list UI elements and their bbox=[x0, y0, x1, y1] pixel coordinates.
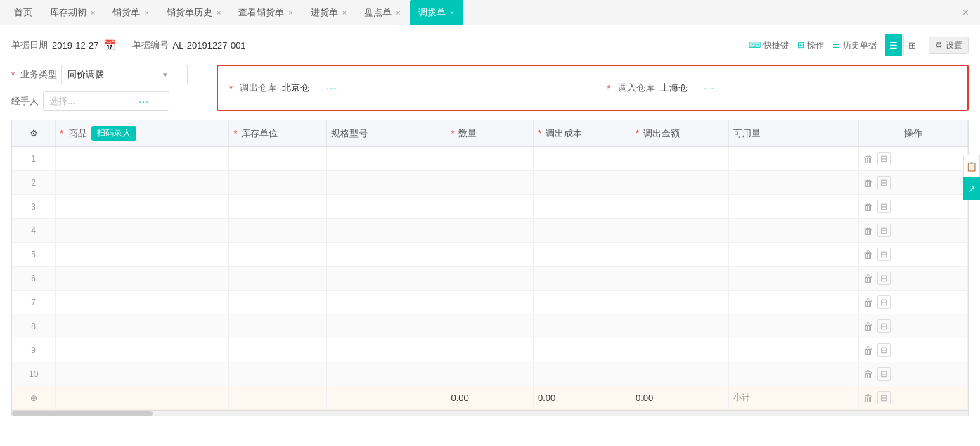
row-product-11[interactable] bbox=[56, 386, 229, 410]
row-amount-4[interactable] bbox=[631, 219, 729, 243]
delete-icon[interactable]: 🗑 bbox=[863, 321, 873, 332]
delete-icon[interactable]: 🗑 bbox=[863, 177, 873, 189]
delete-icon[interactable]: 🗑 bbox=[863, 201, 873, 212]
horizontal-scrollbar[interactable] bbox=[12, 410, 968, 416]
delete-icon[interactable]: 🗑 bbox=[863, 345, 873, 356]
row-quantity-11[interactable]: 0.00 bbox=[446, 386, 534, 410]
tab-home[interactable]: 首页 bbox=[6, 0, 41, 25]
copy-row-icon[interactable]: ⊞ bbox=[877, 224, 891, 237]
tab-stocktake-close[interactable]: × bbox=[396, 8, 400, 17]
row-amount-8[interactable] bbox=[631, 314, 729, 338]
delete-icon[interactable]: 🗑 bbox=[863, 297, 873, 308]
row-product-5[interactable] bbox=[56, 243, 229, 267]
row-quantity-7[interactable] bbox=[446, 291, 534, 314]
tab-transfer-close[interactable]: × bbox=[450, 8, 454, 17]
scrollbar-thumb[interactable] bbox=[12, 411, 153, 416]
row-cost-1[interactable] bbox=[534, 147, 631, 171]
business-select[interactable]: 同价调拨 ▾ bbox=[61, 65, 188, 84]
tab-sales-history-close[interactable]: × bbox=[217, 8, 221, 17]
copy-row-icon[interactable]: ⊞ bbox=[877, 319, 891, 333]
row-cost-6[interactable] bbox=[534, 267, 631, 291]
tab-sales-order-close[interactable]: × bbox=[144, 8, 148, 17]
row-amount-3[interactable] bbox=[631, 195, 729, 219]
row-quantity-8[interactable] bbox=[446, 314, 534, 338]
delete-icon[interactable]: 🗑 bbox=[863, 393, 873, 404]
row-quantity-1[interactable] bbox=[446, 147, 534, 171]
row-amount-6[interactable] bbox=[631, 267, 729, 291]
delete-icon[interactable]: 🗑 bbox=[863, 273, 873, 284]
delete-icon[interactable]: 🗑 bbox=[863, 369, 873, 380]
row-cost-2[interactable] bbox=[534, 171, 631, 195]
row-cost-5[interactable] bbox=[534, 243, 631, 267]
row-cost-3[interactable] bbox=[534, 195, 631, 219]
copy-row-icon[interactable]: ⊞ bbox=[877, 343, 891, 357]
copy-row-icon[interactable]: ⊞ bbox=[877, 200, 891, 213]
th-settings[interactable]: ⚙ bbox=[12, 120, 56, 147]
row-amount-9[interactable] bbox=[631, 338, 729, 362]
external-float-button[interactable]: ↗ bbox=[963, 177, 980, 200]
row-amount-10[interactable] bbox=[631, 362, 729, 386]
row-quantity-4[interactable] bbox=[446, 219, 534, 243]
copy-row-icon[interactable]: ⊞ bbox=[877, 391, 891, 404]
row-quantity-6[interactable] bbox=[446, 267, 534, 291]
row-product-4[interactable] bbox=[56, 219, 229, 243]
tab-purchase-order-close[interactable]: × bbox=[342, 8, 347, 17]
tab-stocktake[interactable]: 盘点单 × bbox=[356, 0, 409, 25]
window-close-button[interactable]: × bbox=[957, 6, 974, 19]
row-quantity-3[interactable] bbox=[446, 195, 534, 219]
tab-check-sales[interactable]: 查看销货单 × bbox=[230, 0, 302, 25]
row-quantity-5[interactable] bbox=[446, 243, 534, 267]
row-product-3[interactable] bbox=[56, 195, 229, 219]
copy-row-icon[interactable]: ⊞ bbox=[877, 152, 891, 165]
row-product-2[interactable] bbox=[56, 171, 229, 195]
copy-row-icon[interactable]: ⊞ bbox=[877, 295, 891, 309]
tab-sales-order[interactable]: 销货单 × bbox=[104, 0, 157, 25]
tab-purchase-order[interactable]: 进货单 × bbox=[302, 0, 356, 25]
row-product-9[interactable] bbox=[56, 338, 229, 362]
handler-more-icon[interactable]: ··· bbox=[138, 96, 149, 107]
calendar-icon[interactable]: 📅 bbox=[103, 39, 115, 51]
row-amount-11[interactable]: 0.00 bbox=[631, 386, 729, 410]
tab-sales-history[interactable]: 销货单历史 × bbox=[158, 0, 230, 25]
layout-list-button[interactable]: ☰ bbox=[885, 34, 902, 56]
row-product-1[interactable] bbox=[56, 147, 229, 171]
row-amount-1[interactable] bbox=[631, 147, 729, 171]
row-amount-7[interactable] bbox=[631, 291, 729, 314]
tab-inventory-init-close[interactable]: × bbox=[91, 8, 95, 17]
copy-row-icon[interactable]: ⊞ bbox=[877, 176, 891, 189]
settings-button[interactable]: ⚙ 设置 bbox=[929, 37, 969, 54]
row-quantity-9[interactable] bbox=[446, 338, 534, 362]
tab-inventory-init[interactable]: 库存期初 × bbox=[41, 0, 104, 25]
operation-button[interactable]: ⊞ 操作 bbox=[797, 39, 824, 51]
copy-row-icon[interactable]: ⊞ bbox=[877, 272, 891, 285]
handler-select[interactable]: 选择... ··· bbox=[43, 91, 169, 111]
row-cost-9[interactable] bbox=[534, 338, 631, 362]
copy-row-icon[interactable]: ⊞ bbox=[877, 367, 891, 381]
delete-icon[interactable]: 🗑 bbox=[863, 153, 873, 165]
row-product-7[interactable] bbox=[56, 291, 229, 314]
row-amount-2[interactable] bbox=[631, 171, 729, 195]
row-amount-5[interactable] bbox=[631, 243, 729, 267]
row-product-6[interactable] bbox=[56, 267, 229, 291]
row-cost-7[interactable] bbox=[534, 291, 631, 314]
row-cost-10[interactable] bbox=[534, 362, 631, 386]
row-product-10[interactable] bbox=[56, 362, 229, 386]
note-float-button[interactable]: 📋 bbox=[963, 155, 980, 177]
in-warehouse-more-icon[interactable]: ··· bbox=[704, 82, 715, 94]
delete-icon[interactable]: 🗑 bbox=[863, 225, 873, 236]
row-cost-8[interactable] bbox=[534, 314, 631, 338]
layout-grid-button[interactable]: ⊞ bbox=[903, 34, 920, 56]
row-quantity-10[interactable] bbox=[446, 362, 534, 386]
row-quantity-2[interactable] bbox=[446, 171, 534, 195]
scan-button[interactable]: 扫码录入 bbox=[91, 126, 136, 141]
copy-row-icon[interactable]: ⊞ bbox=[877, 248, 891, 261]
tab-transfer[interactable]: 调拨单 × bbox=[410, 0, 463, 25]
row-cost-4[interactable] bbox=[534, 219, 631, 243]
history-button[interactable]: ☰ 历史单据 bbox=[832, 39, 877, 51]
out-warehouse-more-icon[interactable]: ··· bbox=[326, 82, 337, 94]
row-product-8[interactable] bbox=[56, 314, 229, 338]
tab-check-sales-close[interactable]: × bbox=[288, 8, 292, 17]
delete-icon[interactable]: 🗑 bbox=[863, 249, 873, 260]
shortcut-button[interactable]: ⌨ 快捷键 bbox=[749, 39, 789, 51]
row-cost-11[interactable]: 0.00 bbox=[534, 386, 631, 410]
